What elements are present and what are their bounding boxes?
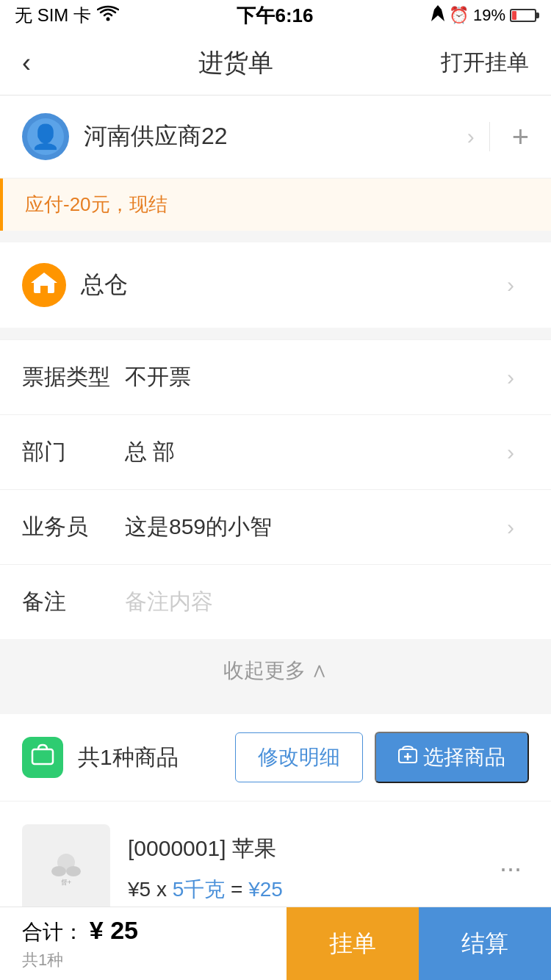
ticket-type-value: 不开票 [125,362,507,392]
salesman-label: 业务员 [22,512,125,542]
svg-marker-3 [31,273,57,283]
remark-label: 备注 [22,587,125,617]
total-label: 合计： [22,920,84,943]
battery-percent: 19% [473,6,505,25]
salesman-value: 这是859的小智 [125,512,507,542]
supplier-name: 河南供应商22 [84,120,467,153]
content: 👤 河南供应商22 › + 应付-20元，现结 [0,96,551,980]
ticket-type-row[interactable]: 票据类型 不开票 › [0,339,551,414]
warehouse-row[interactable]: 总仓 › [0,242,551,328]
total-count: 共1种 [22,949,264,971]
supplier-avatar: 👤 [22,113,69,160]
product-name: [0000001] 苹果 [128,834,492,864]
person-icon: 👤 [31,123,60,151]
status-bar: 无 SIM 卡 下午6:16 ⏰ 19% [0,0,551,31]
supplier-chevron-icon: › [467,124,475,149]
product-code: [0000001] [128,836,226,860]
product-count-icon-wrap [22,737,63,778]
product-title: 苹果 [232,836,276,860]
ticket-type-label: 票据类型 [22,362,125,392]
warehouse-icon [31,270,57,301]
warning-text: 应付-20元，现结 [25,193,168,215]
cart-icon [31,743,54,772]
supplier-row[interactable]: 👤 河南供应商22 › + [0,96,551,179]
carrier-text: 无 SIM 卡 [15,4,91,27]
bottom-bar: 合计： ¥ 25 共1种 挂单 结算 [0,907,551,980]
warning-banner: 应付-20元，现结 [0,179,551,231]
warehouse-icon-wrap [22,263,66,307]
svg-point-11 [66,866,81,876]
battery-icon [510,9,536,22]
unit-price: ¥5 x [128,878,173,901]
open-suspend-button[interactable]: 打开挂单 [441,48,529,78]
product-qty: 5千克 [173,878,226,901]
product-section: 共1种商品 修改明细 选择商品 [0,714,551,934]
supplier-section: 👤 河南供应商22 › + 应付-20元，现结 [0,96,551,231]
status-right: ⏰ 19% [431,5,536,26]
ticket-type-chevron-icon: › [507,365,514,390]
back-button[interactable]: ‹ [22,48,31,79]
warehouse-section: 总仓 › [0,242,551,328]
product-count-text: 共1种商品 [78,743,235,773]
status-time: 下午6:16 [237,3,313,29]
location-icon [431,5,444,26]
alarm-icon: ⏰ [449,6,469,25]
product-price: ¥5 x 5千克 = ¥25 [128,876,492,904]
svg-marker-1 [431,5,444,21]
department-chevron-icon: › [507,440,514,465]
product-header: 共1种商品 修改明细 选择商品 [0,714,551,801]
form-section: 票据类型 不开票 › 部门 总 部 › 业务员 这是859的小智 › 备注 备注… [0,339,551,702]
svg-rect-4 [40,286,48,293]
department-value: 总 部 [125,437,507,467]
nav-bar: ‹ 进货单 打开挂单 [0,31,551,96]
salesman-chevron-icon: › [507,515,514,540]
department-label: 部门 [22,437,125,467]
edit-detail-button[interactable]: 修改明细 [235,732,363,782]
warehouse-name: 总仓 [81,269,507,301]
select-product-button[interactable]: 选择商品 [375,732,529,783]
salesman-row[interactable]: 业务员 这是859的小智 › [0,489,551,564]
svg-text:督+: 督+ [61,879,71,886]
select-product-label: 选择商品 [423,743,505,771]
svg-point-10 [51,866,66,876]
remark-row[interactable]: 备注 备注内容 [0,564,551,639]
wifi-icon [97,5,119,26]
warehouse-chevron-icon: › [507,273,514,298]
divider [489,122,490,151]
add-button[interactable]: + [512,120,529,154]
total-section: 合计： ¥ 25 共1种 [0,907,287,980]
product-thumbnail: 督+ [22,824,110,912]
page-title: 进货单 [198,46,273,80]
suspend-button[interactable]: 挂单 [287,907,419,980]
product-more-button[interactable]: ··· [492,846,529,891]
checkout-button[interactable]: 结算 [419,907,551,980]
svg-point-0 [107,18,110,21]
equals-sign: = [225,878,248,901]
svg-rect-5 [32,749,53,764]
select-icon [398,746,417,770]
total-amount: ¥ 25 [90,916,138,944]
department-row[interactable]: 部门 总 部 › [0,414,551,489]
status-left: 无 SIM 卡 [15,4,119,27]
collapse-button[interactable]: 收起更多 ∧ [0,639,551,702]
product-total: ¥25 [248,878,283,901]
remark-placeholder: 备注内容 [125,587,529,617]
product-info: [0000001] 苹果 ¥5 x 5千克 = ¥25 [128,834,492,904]
